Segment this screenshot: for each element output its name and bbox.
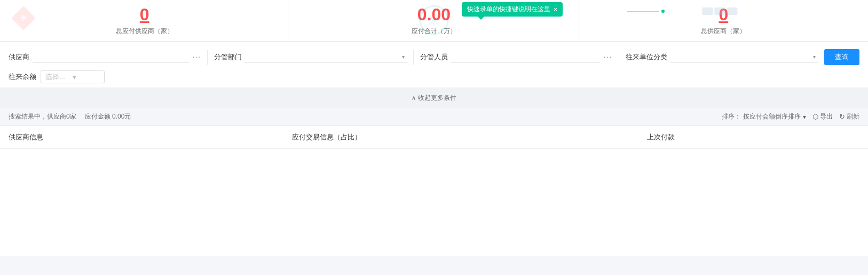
sort-label: 排序：: [722, 112, 741, 121]
sort-selector[interactable]: 排序： 按应付会额倒序排序 ▾: [722, 112, 806, 121]
result-amount: 应付金额 0.00元: [85, 112, 131, 121]
filter-supplier: 供应商 ···: [9, 52, 201, 62]
query-button[interactable]: 查询: [824, 49, 859, 65]
filter-person: 分管人员 ···: [420, 52, 612, 62]
col-header-last-payment: 上次付款: [647, 132, 860, 142]
department-select[interactable]: [245, 52, 406, 62]
tooltip-close-icon[interactable]: ×: [554, 6, 558, 13]
unit-class-select-wrapper[interactable]: ▾: [670, 52, 818, 62]
svg-text:米: 米: [428, 13, 440, 27]
tooltip-bubble: 快速录单的快捷键说明在这里 ×: [462, 2, 563, 17]
filter-department: 分管部门 ▾: [214, 52, 406, 62]
collapse-button[interactable]: ∧ 收起更多条件: [403, 91, 465, 105]
refresh-button[interactable]: ↻ 刷新: [839, 112, 859, 121]
stat-total-suppliers: 快速录单的快捷键说明在这里 × 0 总供应商（家）: [579, 0, 868, 41]
export-label: 导出: [820, 112, 833, 121]
supplier-label: 供应商: [9, 52, 29, 62]
balance-label: 往来余额: [9, 72, 36, 82]
unit-class-label: 往来单位分类: [626, 52, 667, 62]
balance-arrow-icon: ▾: [73, 73, 100, 81]
table-header: 供应商信息 应付交易信息（占比） 上次付款: [0, 126, 868, 149]
refresh-label: 刷新: [847, 112, 859, 121]
export-button[interactable]: ⬡ 导出: [812, 112, 833, 121]
collapse-label: 收起更多条件: [418, 93, 456, 103]
col-header-supplier: 供应商信息: [9, 132, 292, 142]
table-body: [0, 149, 868, 256]
supplier-dots-btn[interactable]: ···: [192, 52, 201, 62]
collapse-chevron-icon: ∧: [412, 95, 416, 101]
filter-row-2: 往来余额 选择... ▾: [9, 70, 859, 83]
svg-text:米: 米: [20, 14, 27, 22]
tooltip-text: 快速录单的快捷键说明在这里: [467, 5, 550, 14]
unit-class-select[interactable]: [670, 52, 818, 62]
total-suppliers-label: 总供应商（家）: [701, 27, 746, 36]
col-header-transaction: 应付交易信息（占比）: [292, 132, 646, 142]
export-icon: ⬡: [812, 113, 818, 121]
filter-bar: 供应商 ··· 分管部门 ▾ 分管人员 ··· 往来单位分类: [0, 42, 868, 88]
result-info: 搜索结果中，供应商0家 应付金额 0.00元: [9, 112, 131, 121]
filter-row-1: 供应商 ··· 分管部门 ▾ 分管人员 ··· 往来单位分类: [9, 49, 859, 65]
balance-select[interactable]: 选择... ▾: [41, 70, 105, 83]
sort-option: 按应付会额倒序排序: [743, 112, 801, 121]
collapse-row: ∧ 收起更多条件: [0, 88, 868, 108]
payable-suppliers-number: 0: [140, 5, 149, 24]
result-supplier-count: 搜索结果中，供应商0家: [9, 112, 76, 121]
payable-suppliers-label: 总应付供应商（家）: [116, 27, 173, 36]
person-label: 分管人员: [420, 52, 448, 62]
person-dots-btn[interactable]: ···: [603, 52, 612, 62]
filter-unit-class: 往来单位分类 ▾: [626, 52, 818, 62]
sort-arrow-icon: ▾: [803, 113, 806, 121]
person-input[interactable]: [451, 52, 601, 62]
refresh-icon: ↻: [839, 113, 845, 121]
department-select-wrapper[interactable]: ▾: [245, 52, 406, 62]
supplier-input[interactable]: [33, 52, 189, 62]
stat-total-payable-suppliers: 米 0 总应付供应商（家）: [0, 0, 289, 41]
balance-placeholder: 选择...: [45, 72, 73, 82]
result-bar: 搜索结果中，供应商0家 应付金额 0.00元 排序： 按应付会额倒序排序 ▾ ⬡…: [0, 108, 868, 126]
result-actions: 排序： 按应付会额倒序排序 ▾ ⬡ 导出 ↻ 刷新: [722, 112, 859, 121]
department-label: 分管部门: [214, 52, 242, 62]
